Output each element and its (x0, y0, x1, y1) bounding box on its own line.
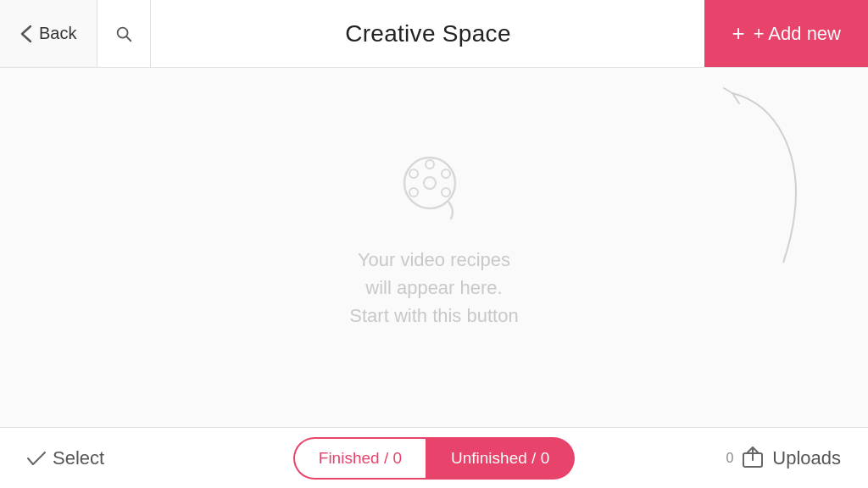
back-button[interactable]: Back (0, 0, 97, 67)
upload-icon (742, 446, 764, 470)
svg-point-3 (424, 177, 436, 189)
svg-point-2 (404, 158, 455, 208)
svg-point-8 (409, 188, 418, 197)
main-content: Your video recipes will appear here. Sta… (0, 68, 868, 427)
tab-finished-label: Finished / 0 (319, 449, 402, 467)
hint-arrow (648, 85, 817, 271)
footer-tabs: Finished / 0 Unfinished / 0 (153, 437, 715, 480)
page-title: Creative Space (151, 0, 704, 67)
svg-point-7 (409, 169, 418, 178)
tab-unfinished-label: Unfinished / 0 (451, 449, 549, 467)
tab-finished-button[interactable]: Finished / 0 (293, 437, 426, 480)
empty-state: Your video recipes will appear here. Sta… (349, 149, 518, 330)
select-label: Select (53, 447, 104, 469)
checkmark-icon (27, 451, 46, 466)
add-new-label: + Add new (754, 23, 841, 45)
uploads-button[interactable]: 0 Uploads (715, 440, 851, 477)
back-label: Back (39, 24, 76, 43)
chevron-left-icon (20, 25, 32, 43)
svg-point-5 (442, 169, 450, 178)
plus-icon: + (732, 20, 744, 47)
svg-point-4 (426, 160, 434, 169)
add-new-button[interactable]: + + Add new (704, 0, 868, 67)
uploads-count: 0 (726, 451, 733, 466)
film-reel-icon (396, 149, 472, 225)
header: Back Creative Space + + Add new (0, 0, 868, 68)
search-icon (114, 25, 133, 43)
select-button[interactable]: Select (17, 441, 153, 476)
search-button[interactable] (97, 0, 151, 67)
empty-state-text: Your video recipes will appear here. Sta… (349, 246, 518, 330)
tab-unfinished-button[interactable]: Unfinished / 0 (426, 437, 575, 480)
header-left-actions: Back (0, 0, 151, 67)
svg-line-1 (127, 36, 131, 41)
svg-point-6 (442, 188, 450, 197)
uploads-label: Uploads (772, 447, 841, 469)
footer: Select Finished / 0 Unfinished / 0 0 Upl… (0, 427, 868, 488)
